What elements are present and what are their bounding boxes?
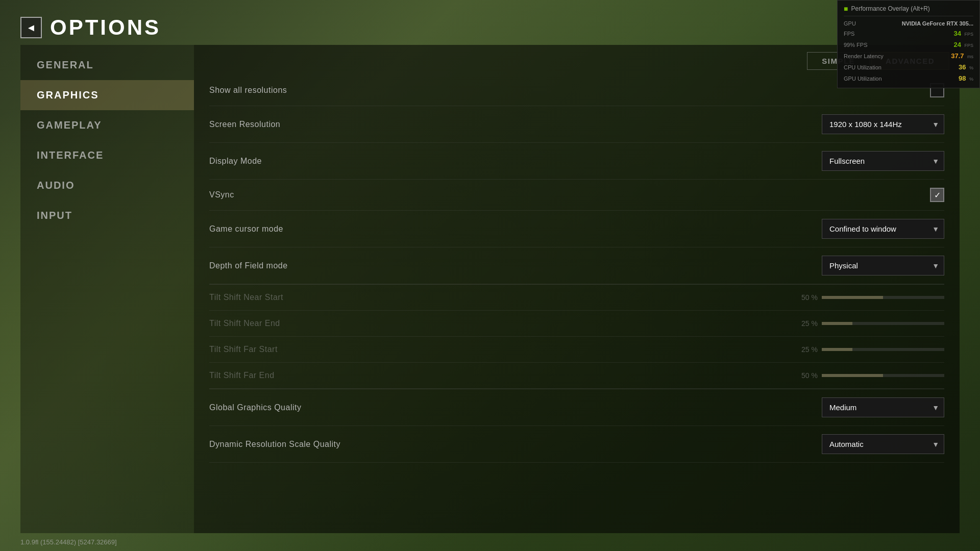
perf-gpuutil-label: GPU Utilization [844,76,882,82]
vsync-row: VSync ✓ [209,180,944,211]
cursor-mode-row: Game cursor mode Confined to window Free… [209,211,944,247]
global-gfx-quality-row: Global Graphics Quality Low Medium High … [209,389,944,426]
global-gfx-quality-control: Low Medium High Ultra ▼ [822,397,944,417]
display-mode-label: Display Mode [209,157,262,166]
dynamic-res-wrapper: Automatic Low Medium High ▼ [822,434,944,454]
screen-resolution-control: 980 x 551 x 144Hz 980 x 551 x 60Hz 2… [822,114,944,134]
sidebar-item-audio[interactable]: AUDIO [20,170,194,201]
show-all-resolutions-row: Show all resolutions [209,75,944,106]
dof-mode-control: Physical Simple Off ▼ [822,256,944,276]
nvidia-icon: ■ [844,5,848,13]
cursor-mode-label: Game cursor mode [209,224,283,234]
sidebar-item-graphics[interactable]: GRAPHICS [20,80,194,110]
dynamic-res-control: Automatic Low Medium High ▼ [822,434,944,454]
tilt-far-start-slider[interactable] [822,348,944,351]
tilt-near-end-label: Tilt Shift Near End [209,319,280,328]
back-button[interactable]: ◄ [20,17,42,38]
sidebar: GENERAL GRAPHICS GAMEPLAY INTERFACE AUDI… [20,45,194,533]
tilt-near-end-value: 25 % [797,319,818,328]
screen-resolution-label: Screen Resolution [209,120,280,129]
perf-99fps-label: 99% FPS [844,42,867,48]
perf-99fps-row: 99% FPS 24 FPS [844,39,973,50]
perf-gpuutil-row: GPU Utilization 98 % [844,72,973,84]
perf-cpu-label: CPU Utilization [844,64,881,70]
dynamic-res-row: Dynamic Resolution Scale Quality Automat… [209,426,944,463]
perf-latency-value: 37.7 ms [951,51,973,60]
perf-gpu-value: NVIDIA GeForce RTX 305... [902,20,973,27]
sidebar-item-interface[interactable]: INTERFACE [20,140,194,170]
tilt-far-end-slider[interactable] [822,374,944,377]
page-title: OPTIONS [50,15,161,40]
bottom-bar: 1.0.9fl (155.24482) [5247.32669] [0,533,980,551]
tilt-near-end-control: 25 % [797,319,944,328]
dynamic-res-select[interactable]: Automatic Low Medium High [822,434,944,454]
tilt-near-start-label: Tilt Shift Near Start [209,293,283,302]
show-all-resolutions-label: Show all resolutions [209,86,287,95]
display-mode-wrapper: Fullscreen Windowed Borderless ▼ [822,151,944,171]
settings-content[interactable]: Show all resolutions Screen Resolution 1… [194,70,960,533]
perf-gpu-row: GPU NVIDIA GeForce RTX 305... [844,19,973,28]
sidebar-item-general[interactable]: GENERAL [20,50,194,80]
perf-fps-value: 34 FPS [954,29,973,38]
display-mode-control: Fullscreen Windowed Borderless ▼ [822,151,944,171]
vsync-label: VSync [209,190,234,199]
perf-cpu-value: 36 % [959,62,973,71]
content-area: GENERAL GRAPHICS GAMEPLAY INTERFACE AUDI… [0,45,980,533]
tilt-far-start-value: 25 % [797,345,818,354]
display-mode-row: Display Mode Fullscreen Windowed Borderl… [209,143,944,180]
perf-latency-label: Render Latency [844,53,884,59]
perf-header: ■ Performance Overlay (Alt+R) [844,5,973,16]
screen-resolution-row: Screen Resolution 980 x 551 x 144Hz 19… [209,106,944,143]
tilt-near-start-slider[interactable] [822,296,944,299]
performance-overlay: ■ Performance Overlay (Alt+R) GPU NVIDIA… [837,0,980,88]
vsync-checkbox[interactable]: ✓ [930,188,944,202]
vsync-control: ✓ [930,188,944,202]
global-gfx-quality-select[interactable]: Low Medium High Ultra [822,397,944,417]
top-bar: ◄ OPTIONS [0,0,980,45]
tilt-far-end-value: 50 % [797,371,818,380]
perf-99fps-value: 24 FPS [954,40,973,49]
tilt-far-start-control: 25 % [797,345,944,354]
perf-fps-row: FPS 34 FPS [844,28,973,39]
tilt-near-start-value: 50 % [797,293,818,302]
version-text: 1.0.9fl (155.24482) [5247.32669] [20,538,117,546]
global-gfx-quality-wrapper: Low Medium High Ultra ▼ [822,397,944,417]
tilt-far-end-control: 50 % [797,371,944,380]
tilt-near-end-row: Tilt Shift Near End 25 % [209,311,944,337]
screen-resolution-wrapper: 980 x 551 x 144Hz 980 x 551 x 60Hz 2… [822,114,944,134]
sidebar-item-gameplay[interactable]: GAMEPLAY [20,110,194,140]
perf-latency-row: Render Latency 37.7 ms [844,50,973,61]
dof-mode-label: Depth of Field mode [209,261,288,270]
perf-cpu-row: CPU Utilization 36 % [844,61,973,72]
perf-gpu-label: GPU [844,20,856,27]
cursor-mode-select[interactable]: Confined to window Free Locked [822,219,944,239]
tilt-near-start-row: Tilt Shift Near Start 50 % [209,284,944,311]
dynamic-res-label: Dynamic Resolution Scale Quality [209,440,340,449]
tilt-far-end-row: Tilt Shift Far End 50 % [209,363,944,389]
dof-mode-select[interactable]: Physical Simple Off [822,256,944,276]
perf-fps-label: FPS [844,31,854,37]
perf-header-text: Performance Overlay (Alt+R) [851,5,929,12]
screen-resolution-select[interactable]: 980 x 551 x 144Hz 980 x 551 x 60Hz 2… [822,114,944,134]
dof-mode-wrapper: Physical Simple Off ▼ [822,256,944,276]
sidebar-item-input[interactable]: INPUT [20,201,194,231]
cursor-mode-control: Confined to window Free Locked ▼ [822,219,944,239]
tilt-near-start-control: 50 % [797,293,944,302]
tilt-far-start-row: Tilt Shift Far Start 25 % [209,337,944,363]
dof-mode-row: Depth of Field mode Physical Simple Off … [209,247,944,284]
tilt-near-end-slider[interactable] [822,322,944,325]
display-mode-select[interactable]: Fullscreen Windowed Borderless [822,151,944,171]
tilt-far-start-label: Tilt Shift Far Start [209,345,278,354]
tilt-far-end-label: Tilt Shift Far End [209,371,275,380]
perf-gpuutil-value: 98 % [959,73,973,83]
main-container: ◄ OPTIONS GENERAL GRAPHICS GAMEPLAY INTE… [0,0,980,551]
settings-panel: SIMPLE ADVANCED Show all resolutions Scr… [194,45,960,533]
global-gfx-quality-label: Global Graphics Quality [209,403,301,412]
cursor-mode-wrapper: Confined to window Free Locked ▼ [822,219,944,239]
